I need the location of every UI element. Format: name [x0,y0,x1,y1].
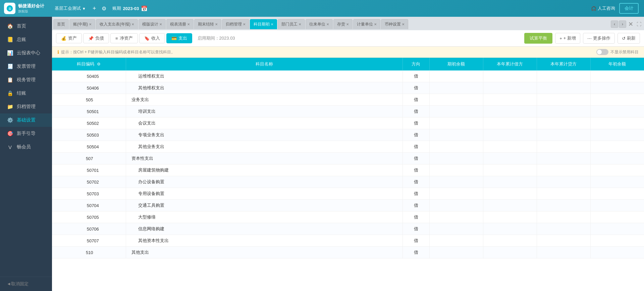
sub-tab-equity[interactable]: ≡净资产 [110,33,138,43]
sub-tab-expense[interactable]: 💳支出 [166,33,192,43]
close-all-tabs-btn[interactable]: ✕ [627,20,635,28]
svg-text:云: 云 [8,7,11,10]
cell-code: 50704 [52,200,126,211]
cell-name: 信息网络购建 [126,223,402,235]
tab-bar: 首页 账(中期)✕ 收入支出表(年报)✕ 模版设计✕ 税表清册✕ 期末结转✕ 归… [52,17,644,30]
cell-year-opening [590,153,644,164]
sidebar-item-close[interactable]: 🔒 结账 [0,87,52,100]
cell-opening [429,153,483,164]
table-row: 50503 专项业务支出 借 [52,129,644,141]
cell-credit [537,211,590,223]
tab-archive[interactable]: 归档管理✕ [222,19,249,29]
cell-debit [483,164,537,176]
cell-debit [483,82,537,94]
cell-debit [483,94,537,106]
table-row: 50504 其他业务支出 借 [52,141,644,153]
sub-tab-income[interactable]: 🔖收入 [139,33,165,43]
more-btn[interactable]: ⋯ 更多操作 [583,33,615,44]
cell-year-opening [590,223,644,235]
sidebar-item-guide[interactable]: 🎯 新手引导 [0,127,52,140]
sidebar-item-tax[interactable]: 📋 税务管理 [0,73,52,87]
tab-next-btn[interactable]: › [619,20,626,28]
member-icon: V [7,144,13,150]
col-direction: 方向 [402,58,429,70]
collapse-sidebar-btn[interactable]: ◄取消固定 [0,277,52,291]
tab-period[interactable]: 账(中期)✕ [69,19,95,29]
gear-icon[interactable]: ⚙ [97,62,101,66]
sidebar-item-reports[interactable]: 📊 云报表中心 [0,46,52,60]
cell-code: 50405 [52,70,126,82]
cell-credit [537,176,590,188]
tab-inventory[interactable]: 存货✕ [333,19,353,29]
cell-direction: 借 [402,188,429,200]
tab-prev-btn[interactable]: ‹ [611,20,618,28]
sidebar-item-member[interactable]: V 畅会员 [0,140,52,154]
cell-code: 50705 [52,211,126,223]
cell-direction: 借 [402,129,429,141]
income-icon: 🔖 [144,36,150,41]
toggle-disabled[interactable] [596,49,608,55]
add-tab-btn[interactable]: + [91,5,98,12]
cell-direction: 借 [402,176,429,188]
tab-dept[interactable]: 部门员工✕ [278,19,305,29]
tab-report[interactable]: 收入支出表(年报)✕ [96,19,138,29]
expand-tabs-btn[interactable]: ⛶ [635,21,643,27]
cell-name: 大型修缮 [126,211,402,223]
cell-credit [537,129,590,141]
refresh-btn[interactable]: ↺ 刷新 [618,33,640,44]
settings-icon[interactable]: ⚙ [100,5,108,12]
workspace-selector[interactable]: 基层工会测试 ▾ [52,5,88,11]
archive-icon: 📁 [7,104,13,110]
cell-opening [429,141,483,153]
col-credit: 本年累计贷方 [537,58,590,70]
table-container[interactable]: 科目编码 ⚙ 科目名称 方向 期初余额 本年累计借方 本年累计贷方 年初余额 5… [52,58,644,291]
cell-code: 507 [52,153,126,164]
sidebar-item-ledger[interactable]: 📒 总账 [0,33,52,46]
sidebar-item-home[interactable]: 🏠 首页 [0,19,52,33]
add-btn[interactable]: + + 新增 [555,33,580,44]
cell-code: 50706 [52,223,126,235]
cell-code: 505 [52,94,126,106]
cell-opening [429,223,483,235]
cell-name: 其他支出 [126,247,402,258]
cell-direction: 借 [402,82,429,94]
cell-credit [537,247,590,258]
tab-currency[interactable]: 币种设置✕ [381,19,408,29]
tab-period-close[interactable]: 期末结转✕ [194,19,221,29]
cell-credit [537,82,590,94]
table-row: 50705 大型修缮 借 [52,211,644,223]
balance-btn[interactable]: 试算平衡 [524,33,552,44]
col-debit: 本年累计借方 [483,58,537,70]
asset-icon: 💰 [61,36,66,41]
cell-debit [483,223,537,235]
home-icon: 🏠 [7,23,13,29]
sub-tab-liability[interactable]: 📌负债 [83,33,109,43]
cell-year-opening [590,106,644,117]
customer-service-btn[interactable]: 🎧 人工咨询 [591,5,615,11]
cell-name: 运维维权支出 [126,70,402,82]
cell-direction: 借 [402,106,429,117]
sub-tab-asset[interactable]: 💰资产 [56,33,82,43]
account-btn[interactable]: 会计 [619,3,639,14]
tab-unit[interactable]: 计量单位✕ [353,19,380,29]
tab-template[interactable]: 模版设计✕ [139,19,166,29]
tab-subject-init[interactable]: 科目期初✕ [250,19,277,29]
cell-opening [429,200,483,211]
cell-year-opening [590,176,644,188]
sidebar-item-archive[interactable]: 📁 归档管理 [0,100,52,113]
calendar-icon[interactable]: 📅 [141,5,148,12]
cell-name: 交通工具购置 [126,200,402,211]
table-row: 50707 其他资本性支出 借 [52,235,644,247]
cell-direction: 借 [402,164,429,176]
tab-tax-table[interactable]: 税表清册✕ [166,19,194,29]
cell-year-opening [590,129,644,141]
sidebar-item-settings[interactable]: ⚙️ 基础设置 [0,113,52,127]
cell-credit [537,200,590,211]
tab-clients[interactable]: 往来单位✕ [306,19,333,29]
tab-home[interactable]: 首页 [53,19,69,29]
col-code: 科目编码 ⚙ [52,58,126,70]
sidebar-item-invoice[interactable]: 🧾 发票管理 [0,60,52,73]
close-period-icon: 🔒 [7,90,13,96]
cell-direction: 借 [402,94,429,106]
cell-debit [483,235,537,247]
